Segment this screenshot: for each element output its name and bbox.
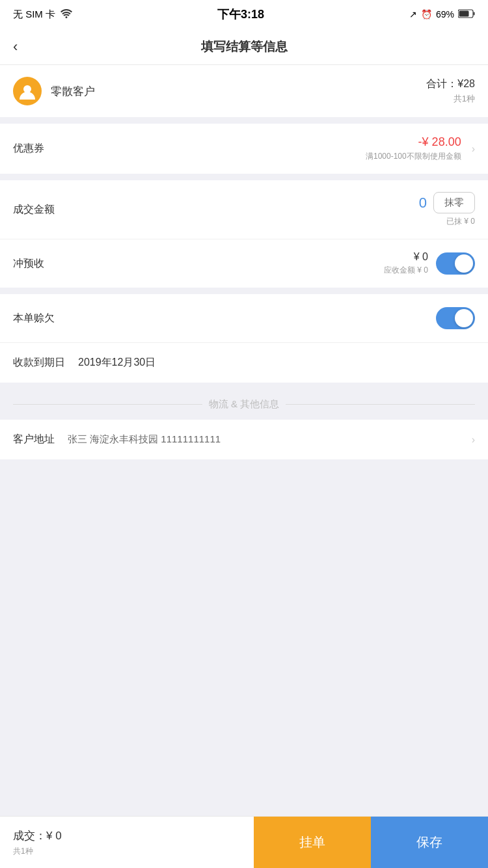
status-bar: 无 SIM 卡 下午3:18 ↗ ⏰ 69% — [0, 0, 488, 29]
content: 零散客户 合计：¥28 共1种 优惠券 -¥ 28.00 满1000-100不限… — [0, 65, 488, 531]
no-sim-text: 无 SIM 卡 — [13, 8, 55, 21]
alarm-icon: ⏰ — [421, 9, 432, 20]
page-title: 填写结算等信息 — [201, 38, 288, 55]
transaction-amount-value[interactable]: 0 — [401, 195, 427, 211]
address-row[interactable]: 客户地址 张三 海淀永丰科技园 11111111111 › — [0, 420, 488, 459]
svg-rect-2 — [473, 12, 474, 15]
transaction-amount-label: 成交金额 — [13, 203, 55, 217]
address-left: 客户地址 张三 海淀永丰科技园 11111111111 — [13, 433, 221, 446]
prepay-info: ¥ 0 应收金额 ¥ 0 — [384, 251, 428, 276]
logistics-line-left — [13, 404, 202, 405]
battery-text: 69% — [436, 9, 454, 20]
prepay-label: 冲预收 — [13, 257, 44, 271]
bottom-bar: 成交：¥ 0 共1种 挂单 保存 — [0, 816, 488, 868]
due-date-label: 收款到期日 — [13, 356, 65, 370]
due-date-value: 2019年12月30日 — [78, 356, 156, 370]
customer-name: 零散客户 — [51, 84, 95, 99]
status-time: 下午3:18 — [217, 7, 264, 22]
coupon-info: -¥ 28.00 满1000-100不限制使用金额 — [366, 135, 461, 162]
due-date-row[interactable]: 收款到期日 2019年12月30日 — [0, 343, 488, 383]
svg-rect-1 — [459, 10, 468, 16]
credit-toggle[interactable] — [436, 307, 475, 329]
customer-left: 零散客户 — [13, 77, 95, 105]
transaction-amount-row: 成交金额 0 抹零 已抹 ¥ 0 — [0, 180, 488, 239]
coupon-label: 优惠券 — [13, 142, 44, 156]
logistics-line-right — [286, 404, 475, 405]
credit-label: 本单赊欠 — [13, 312, 55, 325]
customer-count: 共1种 — [426, 93, 475, 105]
credit-section: 本单赊欠 收款到期日 2019年12月30日 — [0, 294, 488, 383]
address-value: 张三 海淀永丰科技园 11111111111 — [68, 433, 221, 446]
prepay-desc: 应收金额 ¥ 0 — [384, 265, 428, 276]
coupon-chevron-icon: › — [472, 143, 475, 155]
address-section: 客户地址 张三 海淀永丰科技园 11111111111 › — [0, 420, 488, 459]
address-label: 客户地址 — [13, 433, 55, 446]
status-left: 无 SIM 卡 — [13, 8, 72, 21]
prepay-amount: ¥ 0 — [384, 251, 428, 263]
coupon-right: -¥ 28.00 满1000-100不限制使用金额 › — [366, 135, 475, 162]
customer-avatar — [13, 77, 42, 105]
wifi-icon — [61, 9, 72, 20]
prepay-toggle[interactable] — [436, 252, 475, 275]
location-icon: ↗ — [409, 9, 417, 20]
hold-button[interactable]: 挂单 — [254, 817, 371, 868]
amount-top: 0 抹零 — [401, 192, 475, 213]
customer-total: 合计：¥28 — [426, 77, 475, 91]
bottom-deal-label: 成交： — [13, 830, 46, 842]
coupon-desc: 满1000-100不限制使用金额 — [366, 151, 461, 162]
status-right: ↗ ⏰ 69% — [409, 9, 475, 20]
nav-bar: ‹ 填写结算等信息 — [0, 29, 488, 65]
coupon-section: 优惠券 -¥ 28.00 满1000-100不限制使用金额 › — [0, 124, 488, 174]
coupon-discount: -¥ 28.00 — [366, 135, 461, 149]
prepay-toggle-knob — [455, 254, 473, 273]
bottom-count: 共1种 — [13, 846, 241, 857]
transaction-amount-right: 0 抹零 已抹 ¥ 0 — [401, 192, 475, 227]
logistics-header: 物流 & 其他信息 — [0, 389, 488, 420]
transaction-section: 成交金额 0 抹零 已抹 ¥ 0 冲预收 ¥ 0 应收金额 ¥ 0 — [0, 180, 488, 288]
customer-right: 合计：¥28 共1种 — [426, 77, 475, 105]
bottom-deal-text: 成交：¥ 0 — [13, 828, 241, 843]
round-button[interactable]: 抹零 — [433, 192, 475, 213]
bottom-deal-value: ¥ 0 — [46, 830, 62, 842]
prepay-right: ¥ 0 应收金额 ¥ 0 — [384, 251, 475, 276]
logistics-title: 物流 & 其他信息 — [209, 398, 279, 411]
bottom-actions: 挂单 保存 — [254, 817, 488, 868]
battery-icon — [458, 9, 475, 20]
back-button[interactable]: ‹ — [13, 38, 18, 55]
customer-row: 零散客户 合计：¥28 共1种 — [0, 65, 488, 117]
coupon-row[interactable]: 优惠券 -¥ 28.00 满1000-100不限制使用金额 › — [0, 124, 488, 174]
address-chevron-icon: › — [472, 434, 475, 446]
transaction-amount-sub: 已抹 ¥ 0 — [446, 216, 475, 227]
bottom-info: 成交：¥ 0 共1种 — [0, 828, 254, 857]
prepay-row: 冲预收 ¥ 0 应收金额 ¥ 0 — [0, 239, 488, 288]
credit-row: 本单赊欠 — [0, 294, 488, 343]
credit-toggle-knob — [455, 309, 473, 327]
save-button[interactable]: 保存 — [371, 817, 488, 868]
